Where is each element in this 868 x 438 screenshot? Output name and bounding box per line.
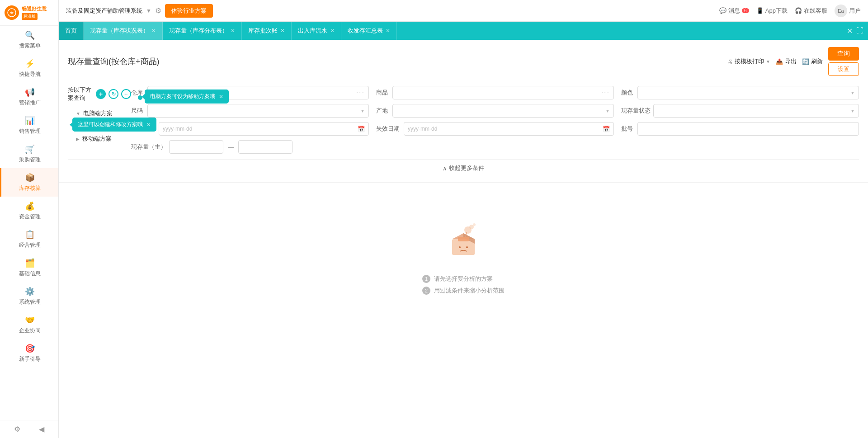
sidebar-item-finance-label: 资金管理 [19, 213, 41, 221]
batch-no-input[interactable] [637, 122, 859, 136]
stock-main-from-input[interactable] [169, 140, 223, 154]
goods-input[interactable]: ··· [392, 86, 614, 99]
goods-field: 商品 ··· [376, 86, 614, 99]
color-field: 颜色 ▼ [621, 86, 859, 99]
topbar-settings-icon[interactable]: ⚙ [155, 6, 161, 15]
topbar-left: 装备及固定资产辅助管理系统 ▼ ⚙ 体验行业方案 [66, 4, 213, 18]
app-download-item[interactable]: 📱 App下载 [756, 7, 788, 15]
sidebar-item-search[interactable]: 🔍 搜索菜单 [0, 26, 58, 54]
filter-section: 按以下方案查询 + ↻ ← ▼ [59, 80, 868, 183]
stock-status-dropdown-icon: ▼ [850, 108, 855, 113]
cycle-scheme-btn[interactable]: ↻ [108, 89, 118, 99]
tab-inventory-status[interactable]: 现存量（库存状况表） ✕ [84, 22, 163, 40]
size-select[interactable]: ▼ [147, 104, 369, 118]
collapse-chevron-icon: ∧ [443, 165, 447, 172]
tab-home[interactable]: 首页 [59, 22, 84, 40]
sidebar-item-guide[interactable]: 🎯 新手引导 [0, 339, 58, 367]
batch-no-field: 批号 [621, 122, 859, 136]
home-tab-label: 首页 [65, 27, 77, 35]
inout-flow-tab-close[interactable]: ✕ [330, 28, 335, 34]
batch-account-tab-close[interactable]: ✕ [280, 28, 285, 34]
color-select[interactable]: ▼ [637, 86, 859, 99]
step-num-1: 1 [422, 275, 430, 283]
step-num-2: 2 [422, 287, 430, 295]
topbar-right: 💬 消息 6 📱 App下载 🎧 在线客服 Ea 用户 [719, 5, 861, 17]
sidebar-item-quick-nav[interactable]: ⚡ 快捷导航 [0, 54, 58, 83]
sidebar-footer: ⚙ ◀ [0, 420, 58, 438]
inout-flow-tab-label: 出入库流水 [298, 27, 327, 35]
basic-info-icon: 🗂️ [25, 258, 35, 268]
tab-inout-flow[interactable]: 出入库流水 ✕ [292, 22, 341, 40]
logo-text-area: 畅通好生意 标准版 [22, 5, 47, 20]
receivable-summary-tab-close[interactable]: ✕ [386, 28, 390, 34]
size-field: 尺码 ▼ [131, 104, 369, 118]
expire-date-field: 失效日期 yyyy-mm-dd 📅 [376, 122, 614, 136]
print-label: 按模板打印 [735, 57, 764, 66]
online-support-label: 在线客服 [804, 7, 827, 15]
tab-batch-account[interactable]: 库存批次账 ✕ [242, 22, 292, 40]
sidebar-item-marketing-label: 营销推广 [19, 99, 41, 107]
sidebar-item-enterprise[interactable]: 🤝 企业协同 [0, 311, 58, 339]
produce-date-input[interactable]: yyyy-mm-dd 📅 [159, 122, 369, 136]
empty-steps: 1 请先选择要分析的方案 2 用过滤条件来缩小分析范围 [422, 273, 505, 297]
back-scheme-btn[interactable]: ← [121, 89, 131, 99]
user-item[interactable]: Ea 用户 [835, 5, 861, 17]
sidebar-item-sales[interactable]: 📊 销售管理 [0, 111, 58, 140]
expand-tabs-btn[interactable]: ⛶ [856, 27, 863, 35]
origin-select[interactable]: ▼ [392, 104, 614, 118]
query-button[interactable]: 查询 [828, 47, 859, 61]
edit-tooltip-close[interactable]: ✕ [146, 122, 151, 128]
export-label: 导出 [785, 57, 797, 66]
filter-right: 仓库 ··· 商品 ··· [131, 86, 859, 155]
batch-account-tab-label: 库存批次账 [248, 27, 278, 35]
inventory-icon: 📦 [25, 173, 35, 183]
settings-footer-btn[interactable]: ⚙ [14, 425, 20, 433]
empty-step-1-text: 请先选择要分析的方案 [434, 273, 493, 285]
sidebar-item-operations[interactable]: 📋 经营管理 [0, 225, 58, 254]
sidebar-item-marketing[interactable]: 📢 营销推广 [0, 83, 58, 111]
stock-status-field: 现存量状态 ▼ [621, 104, 859, 118]
sidebar-item-purchase[interactable]: 🛒 采购管理 [0, 140, 58, 168]
filter-header: 按以下方案查询 + ↻ ← [68, 86, 131, 102]
scheme-tooltip-close[interactable]: ✕ [219, 94, 223, 100]
add-scheme-btn[interactable]: + [96, 89, 106, 99]
sidebar-item-inventory[interactable]: 📦 库存核算 [0, 168, 58, 197]
inventory-distribution-tab-label: 现存量（库存分布表） [169, 27, 228, 35]
filter-row-4: 现存量（主） — [131, 140, 859, 154]
collapse-btn[interactable]: ∧ 收起更多条件 [443, 164, 484, 172]
system-title: 装备及固定资产辅助管理系统 [66, 7, 142, 15]
main-content: 装备及固定资产辅助管理系统 ▼ ⚙ 体验行业方案 💬 消息 6 📱 App下载 … [59, 0, 868, 438]
sidebar-item-finance[interactable]: 💰 资金管理 [0, 197, 58, 225]
sidebar-item-system[interactable]: ⚙️ 系统管理 [0, 282, 58, 311]
message-item[interactable]: 💬 消息 6 [719, 7, 749, 15]
empty-step-2: 2 用过滤条件来缩小分析范围 [422, 285, 505, 297]
expire-date-input[interactable]: yyyy-mm-dd 📅 [404, 122, 614, 136]
online-support-item[interactable]: 🎧 在线客服 [795, 7, 827, 15]
size-dropdown-icon: ▼ [360, 108, 365, 113]
topbar-chevron-icon: ▼ [146, 8, 151, 14]
print-btn-area[interactable]: 🖨 按模板打印 ▼ [727, 57, 770, 66]
refresh-btn-area[interactable]: 🔄 刷新 [802, 57, 823, 66]
produce-date-calendar-icon: 📅 [358, 126, 365, 132]
sidebar-item-inventory-label: 库存核算 [19, 184, 41, 192]
tab-inventory-distribution[interactable]: 现存量（库存分布表） ✕ [163, 22, 242, 40]
filter-top-area: 按以下方案查询 + ↻ ← ▼ [68, 86, 859, 155]
set-button[interactable]: 设置 [828, 62, 859, 76]
close-all-tabs-btn[interactable]: ✕ [847, 27, 853, 35]
tab-receivable-summary[interactable]: 收发存汇总表 ✕ [341, 22, 397, 40]
print-icon: 🖨 [727, 58, 733, 65]
finance-icon: 💰 [25, 201, 35, 211]
stock-main-to-input[interactable] [238, 140, 292, 154]
stock-status-select[interactable]: ▼ [653, 104, 859, 118]
sidebar-item-basic-info[interactable]: 🗂️ 基础信息 [0, 254, 58, 282]
collapse-sidebar-btn[interactable]: ◀ [39, 425, 44, 433]
experience-btn[interactable]: 体验行业方案 [165, 4, 213, 18]
color-label: 颜色 [621, 89, 635, 97]
svg-point-5 [459, 246, 461, 248]
inventory-distribution-tab-close[interactable]: ✕ [231, 28, 235, 34]
quick-nav-icon: ⚡ [25, 59, 35, 69]
scheme-mobile-group[interactable]: ▶ 移动端方案 [72, 133, 131, 145]
export-btn-area[interactable]: 📤 导出 [776, 57, 797, 66]
sidebar-item-operations-label: 经营管理 [19, 241, 41, 249]
inventory-status-tab-close[interactable]: ✕ [151, 28, 156, 34]
